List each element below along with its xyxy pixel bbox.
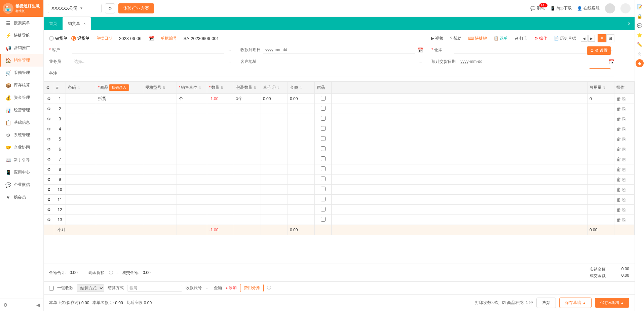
row-pkg-cell[interactable] — [234, 104, 261, 114]
expected-date-input[interactable] — [458, 58, 606, 65]
settings-button[interactable]: ⚙ ⚙ 设置 — [587, 46, 611, 55]
rt-bookmark-icon[interactable]: ☆ — [636, 50, 644, 58]
row-price-cell[interactable] — [261, 104, 288, 114]
row-qty-cell[interactable] — [207, 104, 234, 114]
sidebar-item-guide[interactable]: 📖 新手引导 — [0, 154, 43, 166]
row-price-cell[interactable]: 0.00 — [261, 94, 288, 104]
sidebar-item-enterprise[interactable]: 🤝 企业协同 — [0, 141, 43, 154]
prev-record-button[interactable]: ◀ — [581, 35, 588, 42]
sidebar-item-finance[interactable]: 💰 资金管理 — [0, 91, 43, 104]
sort-icon[interactable]: ⇅ — [77, 86, 80, 89]
sort-icon[interactable]: ⇅ — [221, 86, 223, 89]
copy-row-icon[interactable]: ⎘ — [622, 157, 625, 162]
grid-view-button[interactable]: ⊞ — [606, 34, 614, 42]
rt-edit-icon[interactable]: 📝 — [636, 3, 644, 11]
abandon-button[interactable]: 放弃 — [536, 298, 556, 308]
order-owe-info-icon[interactable]: ⓘ — [110, 300, 114, 305]
sidebar-item-marketing[interactable]: 📢 营销推广 — [0, 42, 43, 54]
sidebar-item-purchase[interactable]: 🛒 采购管理 — [0, 67, 43, 79]
copy-row-icon[interactable]: ⎘ — [622, 137, 625, 142]
tab-home[interactable]: 首页 — [44, 17, 63, 30]
add-payment-button[interactable]: ● 添加 — [225, 285, 237, 291]
rt-star-icon[interactable]: ⭐ — [636, 31, 644, 39]
delete-row-icon[interactable]: 🗑 — [616, 197, 621, 202]
delete-row-icon[interactable]: 🗑 — [616, 137, 621, 142]
payment-date-input[interactable] — [263, 46, 415, 53]
radio-return-order[interactable]: 退货单 — [71, 36, 89, 41]
copy-row-icon[interactable]: ⎘ — [622, 96, 625, 102]
col-barcode-header[interactable]: 条码⇅ — [66, 82, 96, 94]
col-unit-header[interactable]: *销售单位⇅ — [177, 82, 207, 94]
payment-account-input[interactable] — [127, 285, 182, 291]
payment-method-select[interactable]: 结算方式 — [77, 284, 104, 292]
sidebar-item-search[interactable]: ☰ 搜索菜单 — [0, 17, 43, 29]
sidebar-item-apps[interactable]: 📱 应用中心 — [0, 166, 43, 179]
salesperson-more-icon[interactable]: ··· — [227, 59, 232, 65]
one-click-payment-checkbox[interactable] — [49, 286, 54, 290]
row-settings-cell[interactable]: ⚙ — [44, 104, 54, 114]
next-record-button[interactable]: ▶ — [588, 35, 595, 42]
tab-sales-order[interactable]: 销货单 × — [63, 17, 91, 30]
delete-row-icon[interactable]: 🗑 — [616, 217, 621, 223]
sidebar-item-system[interactable]: ⚙ 系统管理 — [0, 129, 43, 141]
copy-row-icon[interactable]: ⎘ — [622, 106, 625, 112]
customer-address-more-icon[interactable]: ··· — [418, 59, 423, 65]
save-new-button[interactable]: 保存&新增 ▲ — [595, 298, 629, 308]
operate-button[interactable]: ⚙ 操作 — [532, 35, 549, 42]
row-unit-cell[interactable]: 个 — [177, 94, 207, 104]
row-amount-cell[interactable]: 0.00 — [288, 94, 315, 104]
copy-row-icon[interactable]: ⎘ — [622, 187, 625, 192]
sort-icon[interactable]: ⇅ — [198, 86, 201, 89]
copy-row-icon[interactable]: ⎘ — [622, 197, 625, 202]
row-gift-cell[interactable] — [315, 94, 332, 104]
user-avatar-extra[interactable] — [620, 3, 631, 13]
copy-row-icon[interactable]: ⎘ — [622, 147, 625, 152]
trial-button[interactable]: 体验行业方案 — [118, 3, 154, 13]
delete-row-icon[interactable]: 🗑 — [616, 207, 621, 212]
delete-row-icon[interactable]: 🗑 — [616, 147, 621, 152]
delete-row-icon[interactable]: 🗑 — [616, 96, 621, 102]
col-amount-header[interactable]: 金额⇅ — [288, 82, 315, 94]
tab-close-icon[interactable]: × — [83, 22, 85, 26]
row-product-cell[interactable]: 拆货 — [96, 94, 143, 104]
row-barcode-cell[interactable] — [66, 94, 96, 104]
shortcut-button[interactable]: ⌨ 快捷键 — [466, 35, 489, 42]
delete-row-icon[interactable]: 🗑 — [616, 187, 621, 192]
sidebar-item-inventory[interactable]: 📦 库存核算 — [0, 79, 43, 91]
warehouse-input[interactable]: 建材仓 — [454, 46, 606, 53]
row-product-cell[interactable] — [96, 104, 143, 114]
row-barcode-cell[interactable] — [66, 104, 96, 114]
sort-icon[interactable]: ⇅ — [603, 86, 606, 89]
copy-row-icon[interactable]: ⎘ — [622, 207, 625, 212]
delete-row-icon[interactable]: 🗑 — [616, 167, 621, 172]
date-picker-icon[interactable]: 📅 — [148, 36, 154, 41]
row-settings-icon[interactable]: ⚙ — [47, 107, 51, 111]
collapse-icon[interactable]: ◀ — [36, 302, 40, 308]
sort-icon[interactable]: ⇅ — [163, 86, 165, 89]
save-draft-button[interactable]: 保存草稿 ▲ — [559, 298, 592, 308]
settings-icon[interactable]: ⚙ — [3, 302, 8, 308]
col-price-header[interactable]: 单价ⓘ⇅ — [261, 82, 288, 94]
col-settings-header[interactable]: ⚙ — [44, 82, 54, 94]
col-product-header[interactable]: *商品 扫码录入 — [96, 82, 143, 94]
sidebar-item-member[interactable]: V 畅会员 — [0, 191, 43, 203]
sidebar-item-sales[interactable]: 🏠 销售管理 — [0, 54, 43, 67]
delete-row-icon[interactable]: 🗑 — [616, 177, 621, 182]
expected-date-calendar-icon[interactable]: 📅 — [609, 59, 614, 65]
delete-row-icon[interactable]: 🗑 — [616, 116, 621, 122]
delete-row-icon[interactable]: 🗑 — [616, 126, 621, 132]
copy-row-icon[interactable]: ⎘ — [622, 177, 625, 182]
list-view-button[interactable]: ≡ — [598, 34, 606, 42]
salesperson-input[interactable] — [72, 58, 224, 65]
row-amount-cell[interactable] — [288, 104, 315, 114]
radio-sales-order[interactable]: 销货单 — [49, 36, 67, 41]
help-button[interactable]: ? 帮助 — [448, 35, 463, 42]
col-qty-header[interactable]: *数量⇅ — [207, 82, 234, 94]
row-spec-cell[interactable] — [143, 104, 177, 114]
sort-icon[interactable]: ⇅ — [277, 86, 280, 89]
price-info-icon[interactable]: ⓘ — [272, 85, 276, 90]
rt-orange-icon[interactable]: ◆ — [636, 59, 644, 67]
app-download-button[interactable]: 📱 App下载 — [550, 5, 572, 11]
col-spec-header[interactable]: 规格型号⇅ — [143, 82, 177, 94]
row-gift-cell[interactable] — [315, 104, 332, 114]
